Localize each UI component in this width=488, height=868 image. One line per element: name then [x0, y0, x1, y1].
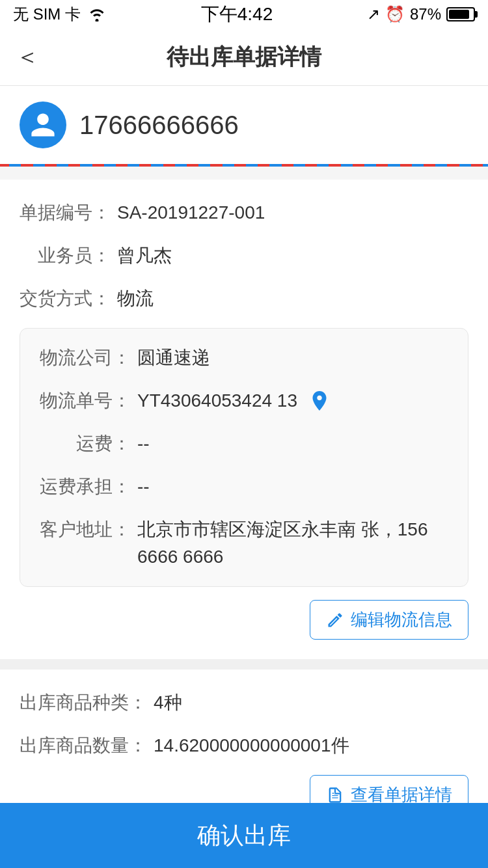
status-right: ↗ ⏰ 87%: [367, 5, 475, 23]
agent-value: 曾凡杰: [117, 242, 468, 269]
edit-logistics-button[interactable]: 编辑物流信息: [310, 600, 468, 640]
document-number-value: SA-20191227-001: [117, 199, 468, 226]
wifi-icon: [87, 7, 107, 21]
edit-icon: [326, 611, 344, 629]
freight-bear-label: 运费承担：: [40, 473, 137, 500]
logistics-company-value: 圆通速递: [137, 344, 448, 372]
person-icon: [29, 111, 57, 139]
freight-row: 运费： --: [40, 430, 448, 457]
location-icon: ↗: [367, 5, 380, 23]
logistics-company-row: 物流公司： 圆通速递: [40, 344, 448, 372]
status-bar: 无 SIM 卡 下午4:42 ↗ ⏰ 87%: [0, 0, 488, 29]
avatar: [20, 102, 66, 148]
goods-quantity-row: 出库商品数量： 14.620000000000001件: [20, 732, 468, 759]
address-row: 客户地址： 北京市市辖区海淀区永丰南 张，156 6666 6666: [40, 516, 448, 571]
edit-logistics-button-wrap: 编辑物流信息: [20, 600, 468, 640]
customer-header: 17666666666: [0, 86, 488, 167]
delivery-row: 交货方式： 物流: [20, 285, 468, 312]
carrier-text: 无 SIM 卡: [13, 4, 81, 25]
agent-label: 业务员：: [20, 242, 117, 269]
goods-quantity-label: 出库商品数量：: [20, 732, 154, 759]
logistics-company-label: 物流公司：: [40, 344, 137, 372]
document-number-row: 单据编号： SA-20191227-001: [20, 199, 468, 226]
goods-type-row: 出库商品种类： 4种: [20, 689, 468, 716]
status-left: 无 SIM 卡: [13, 4, 107, 25]
section-divider: [0, 659, 488, 670]
logistics-tracking-label: 物流单号：: [40, 387, 137, 414]
freight-value: --: [137, 430, 448, 457]
logistics-card: 物流公司： 圆通速递 物流单号： YT43064053424 13 运费： --…: [20, 328, 468, 587]
document-icon: [326, 786, 344, 804]
battery-percent: 87%: [410, 5, 441, 23]
edit-logistics-label: 编辑物流信息: [351, 608, 452, 631]
freight-label: 运费：: [40, 430, 137, 457]
document-number-label: 单据编号：: [20, 199, 117, 226]
battery-icon: [446, 7, 475, 21]
customer-phone: 17666666666: [79, 111, 239, 140]
address-label: 客户地址：: [40, 516, 137, 543]
tracking-location-icon[interactable]: [308, 389, 331, 413]
logistics-tracking-row: 物流单号： YT43064053424 13: [40, 387, 448, 414]
goods-quantity-value: 14.620000000000001件: [154, 732, 468, 759]
goods-type-value: 4种: [154, 689, 468, 716]
delivery-label: 交货方式：: [20, 285, 117, 312]
page-title: 待出库单据详情: [167, 42, 321, 72]
confirm-button-wrap: 确认出库: [0, 803, 488, 868]
agent-row: 业务员： 曾凡杰: [20, 242, 468, 269]
freight-bear-value: --: [137, 473, 448, 500]
document-info-section: 单据编号： SA-20191227-001 业务员： 曾凡杰 交货方式： 物流 …: [0, 180, 488, 659]
delivery-value: 物流: [117, 285, 468, 312]
goods-type-label: 出库商品种类：: [20, 689, 154, 716]
confirm-button[interactable]: 确认出库: [197, 820, 291, 852]
freight-bear-row: 运费承担： --: [40, 473, 448, 500]
back-button[interactable]: ＜: [16, 41, 39, 73]
tracking-row: YT43064053424 13: [137, 387, 331, 414]
address-value: 北京市市辖区海淀区永丰南 张，156 6666 6666: [137, 516, 448, 571]
logistics-tracking-value: YT43064053424 13: [137, 387, 297, 414]
nav-bar: ＜ 待出库单据详情: [0, 29, 488, 86]
status-time: 下午4:42: [201, 2, 273, 27]
alarm-icon: ⏰: [385, 5, 405, 23]
